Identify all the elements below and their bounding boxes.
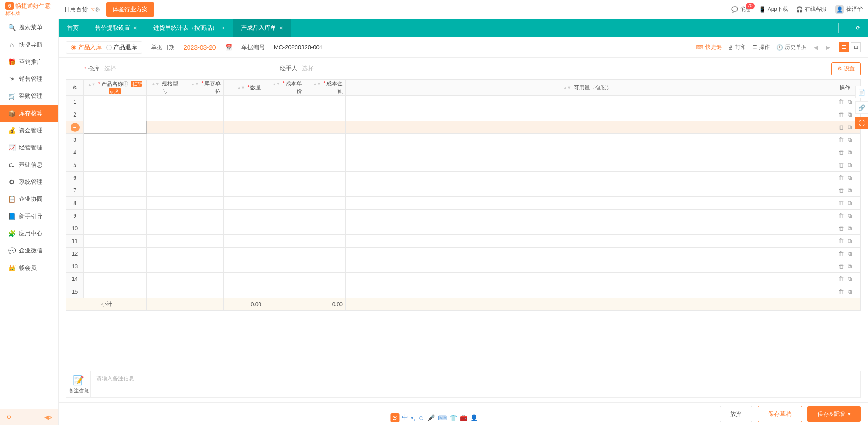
cell-price[interactable] (264, 197, 305, 210)
cell-amount[interactable] (305, 159, 346, 172)
delete-icon[interactable]: 🗑 (836, 238, 846, 244)
copy-icon[interactable]: ⧉ (846, 149, 854, 156)
sidebar-item-7[interactable]: 📈经营管理 (0, 139, 58, 156)
app-download-button[interactable]: 📱 App下载 (759, 5, 788, 13)
sidebar-item-10[interactable]: 📋企业协同 (0, 191, 58, 208)
prev-record-button[interactable]: ◀ (813, 44, 819, 51)
shortcut-button[interactable]: ⌨ 快捷键 (696, 43, 722, 51)
cell-product[interactable] (84, 260, 147, 273)
sidebar-item-0[interactable]: 🔍搜索菜单 (0, 19, 58, 36)
cell-price[interactable] (264, 121, 305, 134)
calendar-icon[interactable]: 📅 (225, 44, 232, 51)
ime-mic-icon[interactable]: 🎤 (427, 414, 435, 421)
column-settings-button[interactable]: ⚙ 设置 (831, 62, 861, 75)
sidebar-item-13[interactable]: 💬企业微信 (0, 242, 58, 259)
cell-spec[interactable] (147, 273, 183, 285)
delete-icon[interactable]: 🗑 (836, 136, 846, 143)
cell-spec[interactable] (147, 121, 183, 134)
cell-qty[interactable] (224, 146, 264, 159)
rail-link-button[interactable]: 🔗 (855, 101, 868, 114)
cell-amount[interactable] (305, 172, 346, 184)
remarks-input[interactable]: 请输入备注信息 (91, 371, 861, 398)
cell-spec[interactable] (147, 222, 183, 235)
delete-icon[interactable]: 🗑 (836, 225, 846, 232)
cell-qty[interactable] (224, 108, 264, 121)
more-icon[interactable]: … (242, 65, 249, 72)
cell-avail[interactable] (346, 260, 829, 273)
table-row[interactable]: 1🗑⧉ (66, 96, 861, 108)
ime-lang-indicator[interactable]: 中 (402, 414, 408, 422)
copy-icon[interactable]: ⧉ (846, 98, 854, 105)
cell-qty[interactable] (224, 260, 264, 273)
view-list-button[interactable]: ☰ (839, 42, 849, 52)
sidebar-item-14[interactable]: 👑畅会员 (0, 259, 58, 276)
cell-product[interactable] (84, 108, 147, 121)
cell-avail[interactable] (346, 235, 829, 248)
trial-button[interactable]: 体验行业方案 (106, 2, 154, 17)
table-row[interactable]: 10🗑⧉ (66, 222, 861, 235)
cell-qty[interactable] (224, 121, 264, 134)
cell-product[interactable] (84, 159, 147, 172)
cell-price[interactable] (264, 108, 305, 121)
user-menu[interactable]: 👤 徐泽华 (835, 5, 863, 14)
cell-qty[interactable] (224, 159, 264, 172)
cell-product[interactable] (84, 248, 147, 260)
copy-icon[interactable]: ⧉ (846, 174, 854, 181)
table-row[interactable]: 8🗑⧉ (66, 197, 861, 210)
collapse-icon[interactable]: ◀» (44, 414, 52, 420)
gear-icon[interactable]: ⚙ (6, 414, 12, 420)
sort-icon[interactable]: ▲▼ (151, 83, 160, 85)
table-row[interactable]: 12🗑⧉ (66, 248, 861, 260)
cell-qty[interactable] (224, 210, 264, 222)
th-product[interactable]: ▲▼ *产品名称ⓘ 扫码录入 (84, 80, 147, 96)
cell-price[interactable] (264, 134, 305, 146)
delete-icon[interactable]: 🗑 (836, 162, 846, 168)
th-price[interactable]: ▲▼ *成本单价 (264, 80, 305, 96)
cell-unit[interactable] (183, 210, 224, 222)
cell-price[interactable] (264, 96, 305, 108)
delete-icon[interactable]: 🗑 (836, 149, 846, 156)
cell-unit[interactable] (183, 235, 224, 248)
cell-avail[interactable] (346, 108, 829, 121)
cell-avail[interactable] (346, 134, 829, 146)
cell-product[interactable] (84, 273, 147, 285)
cell-avail[interactable] (346, 273, 829, 285)
cell-price[interactable] (264, 210, 305, 222)
cell-avail[interactable] (346, 248, 829, 260)
delete-icon[interactable]: 🗑 (836, 263, 846, 270)
copy-icon[interactable]: ⧉ (846, 225, 854, 232)
delete-icon[interactable]: 🗑 (836, 288, 846, 295)
delete-icon[interactable]: 🗑 (836, 212, 846, 219)
cell-amount[interactable] (305, 121, 346, 134)
ime-emoji-icon[interactable]: ☺ (418, 414, 424, 421)
ime-keyboard-icon[interactable]: ⌨ (438, 414, 447, 421)
date-value[interactable]: 2023-03-20 (184, 44, 216, 51)
cell-product[interactable] (84, 121, 147, 134)
cell-avail[interactable] (346, 121, 829, 134)
cell-qty[interactable] (224, 197, 264, 210)
table-row[interactable]: 11🗑⧉ (66, 235, 861, 248)
table-row[interactable]: 9🗑⧉ (66, 210, 861, 222)
sidebar-item-1[interactable]: ⌂快捷导航 (0, 36, 58, 53)
view-grid-button[interactable]: ⊞ (851, 42, 861, 52)
cell-spec[interactable] (147, 146, 183, 159)
close-icon[interactable]: ✕ (221, 25, 225, 31)
messages-button[interactable]: 💬 消息 70 (731, 5, 751, 13)
sort-icon[interactable]: ▲▼ (237, 86, 245, 89)
cell-qty[interactable] (224, 235, 264, 248)
cell-product[interactable] (84, 134, 147, 146)
cell-amount[interactable] (305, 184, 346, 197)
table-row[interactable]: 4🗑⧉ (66, 146, 861, 159)
copy-icon[interactable]: ⧉ (846, 250, 854, 257)
cell-spec[interactable] (147, 260, 183, 273)
delete-icon[interactable]: 🗑 (836, 111, 846, 118)
cell-price[interactable] (264, 260, 305, 273)
delete-icon[interactable]: 🗑 (836, 276, 846, 282)
cell-qty[interactable] (224, 285, 264, 298)
copy-icon[interactable]: ⧉ (846, 136, 854, 143)
th-spec[interactable]: ▲▼ 规格型号 (147, 80, 183, 96)
sidebar-item-9[interactable]: ⚙系统管理 (0, 173, 58, 191)
ime-toolbox-icon[interactable]: 🧰 (460, 414, 467, 421)
cell-amount[interactable] (305, 146, 346, 159)
cell-unit[interactable] (183, 96, 224, 108)
